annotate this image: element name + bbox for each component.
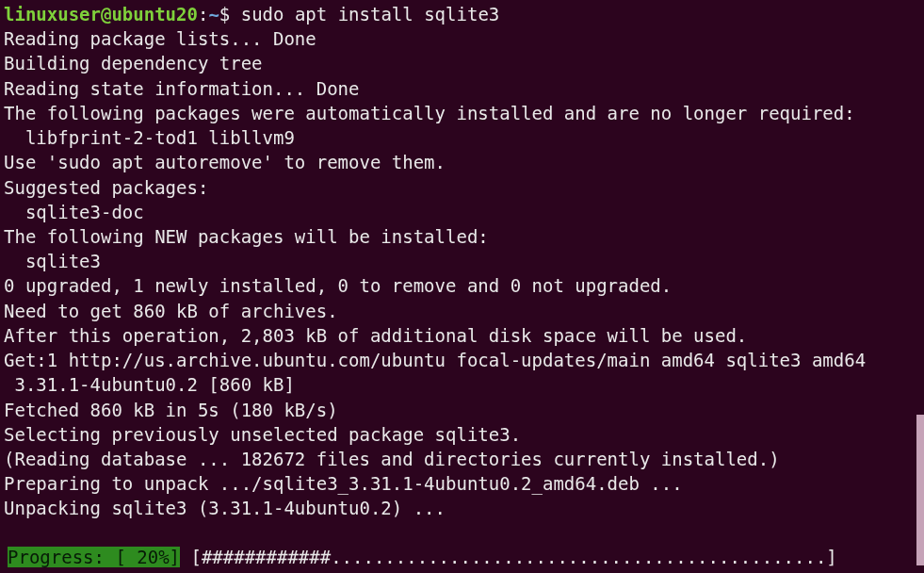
progress-bar: [############...........................…	[180, 547, 848, 567]
output-line: Reading state information... Done	[4, 78, 360, 99]
output-line: Building dependency tree	[4, 53, 263, 74]
prompt-at: @	[101, 4, 111, 25]
output-line: Use 'sudo apt autoremove' to remove them…	[4, 152, 446, 172]
prompt-path: ~	[208, 4, 219, 25]
output-line: Get:1 http://us.archive.ubuntu.com/ubunt…	[4, 350, 866, 370]
output-line: libfprint-2-tod1 libllvm9	[4, 127, 295, 148]
output-line: sqlite3-doc	[4, 202, 144, 222]
output-line: After this operation, 2,803 kB of additi…	[4, 325, 747, 346]
output-line: Fetched 860 kB in 5s (180 kB/s)	[4, 400, 338, 420]
output-line: Unpacking sqlite3 (3.31.1-4ubuntu0.2) ..…	[4, 498, 446, 518]
output-line: The following NEW packages will be insta…	[4, 226, 489, 247]
progress-line: Progress: [ 20%] [############..........…	[4, 543, 851, 569]
output-line: Suggested packages:	[4, 177, 208, 198]
output-line: 3.31.1-4ubuntu0.2 [860 kB]	[4, 374, 295, 395]
output-line: Preparing to unpack .../sqlite3_3.31.1-4…	[4, 473, 683, 494]
terminal-area[interactable]: linuxuser@ubuntu20:~$ sudo apt install s…	[0, 0, 924, 521]
output-line: Reading package lists... Done	[4, 28, 316, 49]
prompt-sep: :	[198, 4, 208, 25]
output-line: Selecting previously unselected package …	[4, 424, 521, 445]
prompt-user: linuxuser	[4, 4, 101, 25]
output-line: sqlite3	[4, 251, 101, 271]
progress-label: Progress: [ 20%]	[8, 547, 180, 567]
scrollbar[interactable]	[916, 0, 924, 573]
prompt-end: $	[219, 4, 241, 25]
output-line: Need to get 860 kB of archives.	[4, 301, 338, 321]
command-text: sudo apt install sqlite3	[241, 4, 500, 25]
output-line: The following packages were automaticall…	[4, 103, 855, 123]
scrollbar-thumb[interactable]	[916, 415, 924, 565]
output-line: 0 upgraded, 1 newly installed, 0 to remo…	[4, 275, 672, 296]
output-line: (Reading database ... 182672 files and d…	[4, 449, 780, 469]
prompt-host: ubuntu20	[111, 4, 198, 25]
